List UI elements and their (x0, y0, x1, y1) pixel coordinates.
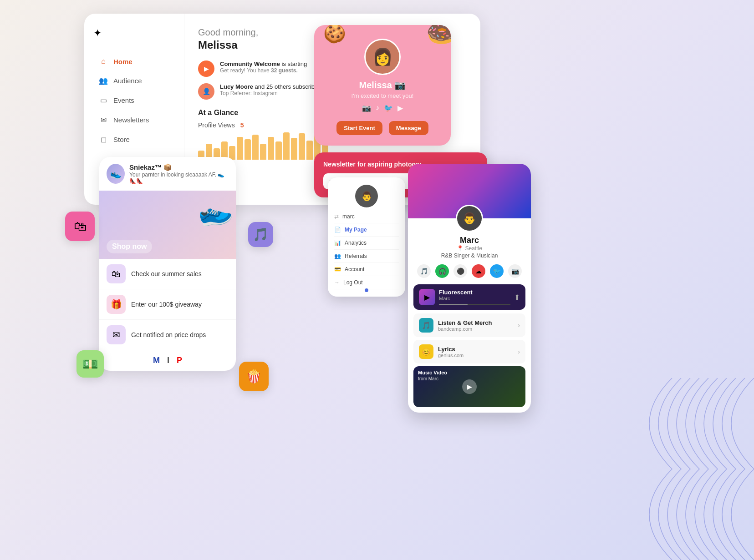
store-header: 👟 Sniekaz™ 📦 Your parnter in looking sle… (99, 157, 236, 191)
sidebar-item-store[interactable]: ◻ Store (93, 131, 175, 148)
mobile-avatar: 👨 (355, 185, 378, 207)
giveaway-label: Enter our 100$ giveaway (131, 301, 202, 308)
macaron-decoration: 🍩 (426, 25, 451, 48)
referrals-icon: 👥 (334, 253, 341, 259)
giveaway-icon: 🎁 (107, 295, 126, 314)
profile-views-label: Profile Views (198, 121, 235, 129)
notif-sub-1: Get ready! You have 32 guests. (220, 67, 307, 74)
summer-icon: 🛍 (107, 264, 126, 283)
store-item-summer[interactable]: 🛍 Check our summer sales (99, 259, 236, 289)
mobile-nav-label-account: Account (345, 266, 364, 272)
home-icon: ⌂ (99, 57, 108, 66)
social-instagram-icon[interactable]: 📷 (362, 104, 371, 112)
mobile-nav-label-logout: Log Out (343, 279, 363, 286)
store-icon: ◻ (99, 135, 108, 144)
sidebar-item-newsletters[interactable]: ✉ Newsletters (93, 111, 175, 129)
musician-name: Marc (408, 236, 531, 245)
musician-card: 👨 Marc 📍 Seattle R&B Singer & Musician 🎵… (408, 164, 531, 413)
mobile-nav-toggle[interactable]: ⇄ marc (334, 210, 399, 223)
sidebar-label-audience: Audience (113, 77, 142, 85)
notif-sub-2: Top Referrer: Instagram (220, 90, 321, 96)
genius-icon: 😊 (419, 344, 433, 359)
music-sticker: 🎵 (248, 222, 273, 247)
shop-now-label: Shop now (107, 240, 152, 253)
sidebar-label-events: Events (113, 96, 134, 104)
video-thumbnail[interactable]: Music Video from Marc ▶ (413, 366, 525, 407)
bandcamp-info: Listen & Get Merch bandcamp.com (438, 319, 492, 332)
store-card: 👟 Sniekaz™ 📦 Your parnter in looking sle… (99, 157, 236, 371)
track-artist: Marc (439, 296, 510, 301)
bar-6 (237, 137, 243, 160)
play-button[interactable]: ▶ (462, 379, 477, 394)
genius-title: Lyrics (438, 346, 464, 353)
musician-avatar: 👨 (456, 205, 483, 232)
store-avatar: 👟 (107, 164, 125, 184)
notify-label: Get notified on price drops (131, 331, 206, 338)
store-brand-name: Sniekaz™ 📦 (129, 163, 229, 172)
track-card[interactable]: ▶ Fluorescent Marc ⬆ (413, 284, 525, 310)
mobile-nav-logout[interactable]: → Log Out (334, 276, 399, 289)
bandcamp-title: Listen & Get Merch (438, 319, 492, 326)
mobile-nav-mypage[interactable]: 📄 My Page (334, 223, 399, 237)
message-button[interactable]: Message (389, 121, 428, 135)
social-twitter-icon[interactable]: 🐦 (384, 104, 393, 112)
sidebar-item-events[interactable]: ▭ Events (93, 91, 175, 109)
instagram-icon[interactable]: 📷 (508, 264, 522, 278)
profile-bio: I'm excited to meet you! (323, 92, 442, 99)
bar-12 (283, 132, 290, 160)
newsletters-icon: ✉ (99, 116, 108, 124)
mobile-nav-analytics[interactable]: 📊 Analytics (334, 237, 399, 250)
lastfm-icon[interactable]: ⚫ (453, 264, 467, 278)
events-icon: ▭ (99, 96, 108, 105)
profile-name: Melissa 📷 (323, 80, 442, 91)
track-title: Fluorescent (439, 289, 510, 296)
bar-7 (245, 139, 251, 160)
video-from: from Marc (418, 376, 438, 381)
store-socials: M I P (99, 350, 236, 371)
social-tiktok-icon[interactable]: ♪ (376, 104, 379, 112)
musician-socials: 🎵 🎧 ⚫ ☁ 🐦 📷 (408, 264, 531, 278)
mobile-nav-account[interactable]: 💳 Account (334, 263, 399, 276)
pinterest-link[interactable]: P (177, 356, 182, 365)
sneaker-decoration: 👟 (193, 191, 236, 232)
instagram-link[interactable]: I (167, 356, 169, 365)
sidebar-item-audience[interactable]: 👥 Audience (93, 72, 175, 90)
store-tagline: Your parnter in looking sleaaaak AF. 👟👠👠 (129, 172, 229, 184)
music-icon[interactable]: 🎵 (417, 264, 431, 278)
mobile-nav-referrals[interactable]: 👥 Referrals (334, 250, 399, 263)
mobile-nav-label-analytics: Analytics (345, 240, 367, 246)
sidebar-label-newsletters: Newsletters (113, 116, 149, 124)
profile-socials: 📷 ♪ 🐦 ▶ (323, 104, 442, 112)
summer-label: Check our summer sales (131, 270, 202, 277)
store-item-notify[interactable]: ✉ Get notified on price drops (99, 320, 236, 350)
page-indicator (365, 288, 368, 292)
bar-10 (268, 137, 274, 160)
notif-title-1: Community Welcome is starting (220, 61, 307, 67)
sidebar-label-store: Store (113, 136, 130, 143)
social-youtube-icon[interactable]: ▶ (397, 104, 403, 112)
soundcloud-icon[interactable]: ☁ (472, 264, 485, 278)
bandcamp-icon: 🎵 (419, 318, 433, 333)
sidebar-item-home[interactable]: ⌂ Home (93, 53, 175, 70)
track-progress-bar (439, 304, 510, 305)
mobile-nav-label-referrals: Referrals (345, 253, 367, 259)
bar-13 (291, 138, 297, 160)
medium-link[interactable]: M (153, 356, 160, 365)
bandcamp-link[interactable]: 🎵 Listen & Get Merch bandcamp.com › (413, 313, 525, 337)
share-icon[interactable]: ⬆ (514, 293, 520, 302)
start-event-button[interactable]: Start Event (336, 121, 382, 135)
analytics-icon: 📊 (334, 240, 341, 246)
genius-link[interactable]: 😊 Lyrics genius.com › (413, 340, 525, 363)
twitter-icon[interactable]: 🐦 (490, 264, 504, 278)
profile-card: 🍩 🍪 👩 Melissa 📷 I'm excited to meet you!… (314, 25, 451, 146)
track-thumbnail: ▶ (419, 289, 435, 305)
bandcamp-arrow: › (518, 322, 520, 329)
spotify-icon[interactable]: 🎧 (435, 264, 449, 278)
profile-views-value: 5 (240, 121, 244, 129)
musician-location: 📍 Seattle (408, 245, 531, 252)
store-item-giveaway[interactable]: 🎁 Enter our 100$ giveaway (99, 289, 236, 320)
mypage-icon: 📄 (334, 227, 341, 233)
notify-icon: ✉ (107, 325, 126, 344)
notif-icon-2: 👤 (198, 83, 214, 100)
wave-decoration (617, 378, 754, 560)
